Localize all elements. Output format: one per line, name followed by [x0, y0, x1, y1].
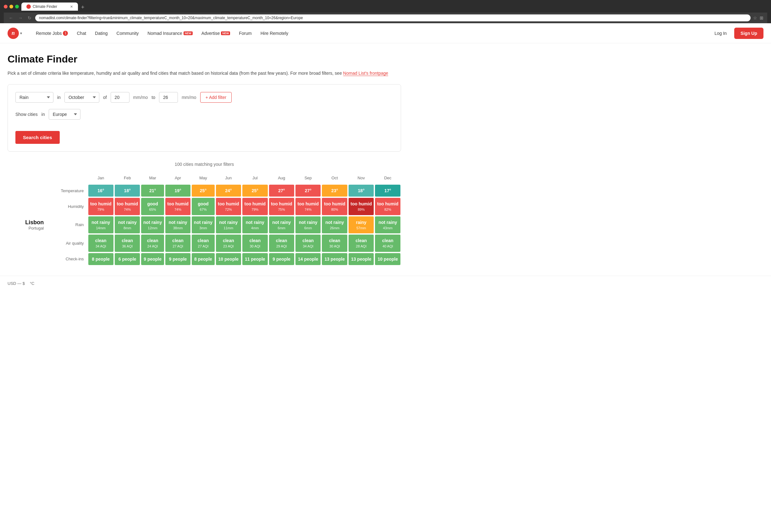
forward-button[interactable]: → — [17, 15, 24, 21]
main-content: Climate Finder Pick a set of climate cri… — [0, 43, 409, 276]
data-cell-air-quality-oct: clean30 AQI — [321, 234, 348, 252]
nav-nomad-insurance[interactable]: Nomad Insurance NEW — [144, 28, 197, 38]
cell-sub-value: 75% — [278, 207, 285, 212]
data-cell-air-quality-may: clean27 AQI — [191, 234, 215, 252]
logo[interactable]: n ▾ — [8, 28, 22, 39]
cell-main-value: good — [147, 201, 158, 207]
nav-community-label: Community — [117, 31, 139, 36]
window-close-button[interactable] — [4, 5, 8, 8]
cell-sub-value: 26mm — [330, 226, 339, 230]
logo-letter: n — [12, 30, 15, 36]
signup-button[interactable]: Sign Up — [734, 28, 763, 39]
currency-label[interactable]: USD — $ — [8, 281, 25, 286]
cell-sub-value: 4mm — [251, 226, 259, 230]
cell-sub-value: 11mm — [224, 226, 234, 230]
tab-favicon — [26, 4, 31, 9]
nav-community[interactable]: Community — [113, 28, 143, 38]
extension-icon[interactable]: ⊞ — [760, 15, 763, 20]
row-label-temperature: Temperature — [47, 184, 87, 197]
new-tab-button[interactable]: + — [79, 4, 87, 11]
nav-remote-jobs-label: Remote Jobs — [36, 31, 62, 36]
cell-sub-value: 74% — [305, 207, 312, 212]
cell-main-value: clean — [147, 238, 158, 243]
data-cell-temperature-may: 25° — [191, 184, 215, 197]
browser-top-bar: Climate Finder ✕ + — [4, 3, 767, 11]
cell-main-value: too humid — [271, 201, 292, 207]
climate-type-select[interactable]: Rain Temperature Humidity Air quality — [15, 92, 53, 103]
month-header-nov: Nov — [348, 174, 374, 184]
back-button[interactable]: ← — [8, 15, 14, 21]
window-maximize-button[interactable] — [15, 5, 19, 8]
city-name-cell[interactable]: LisbonPortugal — [8, 184, 47, 266]
data-cell-humidity-apr: too humid74% — [165, 197, 191, 215]
temperature-unit-label[interactable]: °C — [30, 281, 35, 286]
cell-main-value: clean — [329, 238, 340, 243]
month-select[interactable]: JanuaryFebruaryMarch AprilMayJune JulyAu… — [64, 92, 99, 103]
tab-title: Climate Finder — [33, 4, 57, 9]
data-cell-check-ins-feb: 6 people — [114, 252, 140, 266]
data-cell-air-quality-apr: clean27 AQI — [165, 234, 191, 252]
cell-sub-value: 27 AQI — [172, 244, 183, 248]
month-header-oct: Oct — [321, 174, 348, 184]
cell-main-value: 25° — [200, 188, 207, 193]
data-cell-humidity-jul: too humid79% — [242, 197, 268, 215]
cell-main-value: 16° — [97, 188, 104, 193]
data-cell-rain-oct: not rainy26mm — [321, 216, 348, 234]
cell-main-value: clean — [172, 238, 183, 243]
url-input[interactable] — [35, 14, 751, 21]
max-value-input[interactable] — [159, 92, 178, 103]
data-cell-rain-aug: not rainy6mm — [269, 216, 295, 234]
cell-sub-value: 79% — [252, 207, 258, 212]
active-tab[interactable]: Climate Finder ✕ — [21, 3, 78, 11]
cell-main-value: not rainy — [194, 220, 213, 225]
cell-sub-value: 24 AQI — [147, 244, 158, 248]
browser-chrome: Climate Finder ✕ + ← → ↻ ☆ ⊞ — [0, 0, 771, 23]
login-button[interactable]: Log In — [711, 28, 730, 38]
search-cities-button[interactable]: Search cities — [15, 131, 60, 144]
refresh-button[interactable]: ↻ — [26, 15, 33, 21]
nav-remote-jobs[interactable]: Remote Jobs 1 — [32, 28, 72, 38]
data-cell-check-ins-sep: 14 people — [295, 252, 321, 266]
data-cell-rain-dec: not rainy43mm — [374, 216, 401, 234]
nomadlist-link[interactable]: Nomad List's frontpage — [343, 71, 388, 76]
cell-main-value: clean — [356, 238, 367, 243]
data-cell-temperature-dec: 17° — [374, 184, 401, 197]
region-select[interactable]: Europe Asia Americas Africa Oceania — [49, 109, 80, 120]
data-cell-air-quality-dec: clean40 AQI — [374, 234, 401, 252]
cell-sub-value: 3mm — [199, 226, 207, 230]
cell-main-value: 9 people — [273, 256, 291, 262]
month-header-jan: Jan — [88, 174, 114, 184]
data-cell-rain-nov: rainy57mm — [348, 216, 374, 234]
month-header-jun: Jun — [215, 174, 242, 184]
address-bar: ← → ↻ ☆ ⊞ — [4, 13, 767, 23]
nav-chat[interactable]: Chat — [73, 28, 90, 38]
data-cell-temperature-jul: 25° — [242, 184, 268, 197]
cell-main-value: 25° — [252, 188, 258, 193]
remote-jobs-badge: 1 — [63, 31, 68, 36]
tab-close-button[interactable]: ✕ — [70, 5, 73, 9]
cell-main-value: 6 people — [118, 256, 136, 262]
bookmark-icon[interactable]: ☆ — [753, 15, 757, 20]
cell-sub-value: 28 AQI — [356, 244, 367, 248]
data-cell-check-ins-mar: 9 people — [140, 252, 164, 266]
cell-sub-value: 72% — [225, 207, 232, 212]
data-cell-rain-sep: not rainy6mm — [295, 216, 321, 234]
cell-main-value: 10 people — [377, 256, 398, 262]
add-filter-button[interactable]: + Add filter — [200, 92, 232, 103]
nav-advertise[interactable]: Advertise NEW — [198, 28, 234, 38]
cell-main-value: clean — [95, 238, 106, 243]
month-header-sep: Sep — [295, 174, 321, 184]
min-value-input[interactable] — [111, 92, 129, 103]
window-minimize-button[interactable] — [9, 5, 13, 8]
cell-sub-value: 30 AQI — [250, 244, 260, 248]
city-name: Lisbon — [8, 219, 44, 226]
nav-forum[interactable]: Forum — [235, 28, 255, 38]
browser-action-icons: ☆ ⊞ — [753, 15, 763, 20]
nav-dating[interactable]: Dating — [91, 28, 111, 38]
data-cell-rain-jul: not rainy4mm — [242, 216, 268, 234]
nav-hire-remotely[interactable]: Hire Remotely — [257, 28, 292, 38]
data-cell-humidity-oct: too humid80% — [321, 197, 348, 215]
data-cell-check-ins-dec: 10 people — [374, 252, 401, 266]
data-cell-check-ins-apr: 9 people — [165, 252, 191, 266]
cell-sub-value: 23 AQI — [223, 244, 234, 248]
